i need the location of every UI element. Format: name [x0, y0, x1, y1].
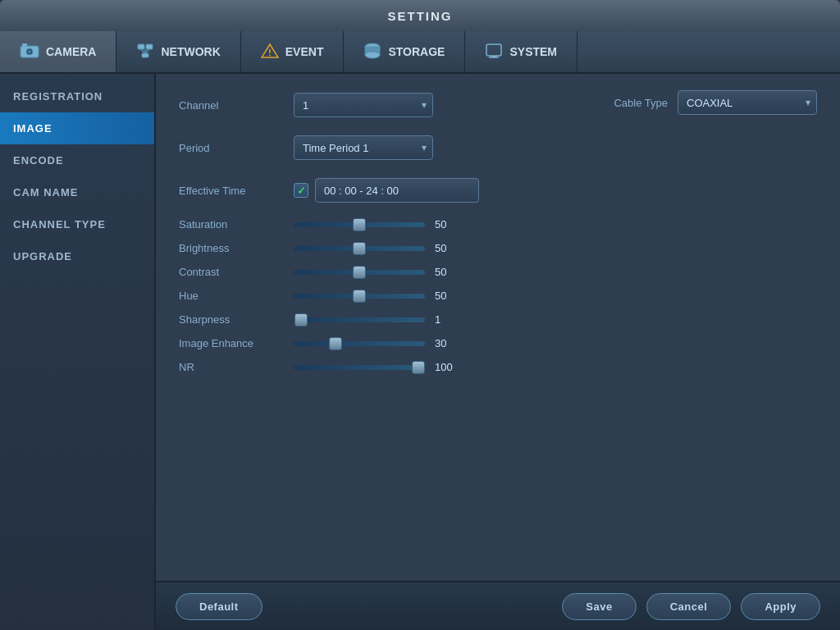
cable-type-row: Cable Type COAXIAL UTP	[614, 90, 817, 115]
cable-type-label: Cable Type	[614, 97, 668, 109]
content-panel: Cable Type COAXIAL UTP Channel 1 2 3 4	[156, 74, 840, 630]
slider-value-saturation: 50	[435, 218, 464, 231]
slider-row-contrast: Contrast50	[179, 266, 817, 278]
slider-input-contrast[interactable]	[294, 270, 425, 275]
svg-rect-16	[486, 44, 501, 56]
slider-input-nr[interactable]	[294, 365, 425, 370]
sidebar-item-cam-name[interactable]: CAM NAME	[0, 176, 154, 208]
nav-network[interactable]: NETWORK	[116, 31, 240, 72]
slider-row-image-enhance: Image Enhance30	[179, 337, 817, 349]
main-layout: REGISTRATION IMAGE ENCODE CAM NAME CHANN…	[0, 74, 840, 630]
slider-container-saturation: 50	[294, 218, 464, 231]
default-button[interactable]: Default	[176, 593, 262, 620]
sidebar-item-registration[interactable]: REGISTRATION	[0, 80, 154, 112]
apply-button[interactable]: Apply	[741, 593, 820, 620]
slider-input-brightness[interactable]	[294, 246, 425, 251]
title-bar: SETTING	[0, 0, 840, 31]
effective-time-checkbox[interactable]	[294, 183, 308, 198]
slider-container-hue: 50	[294, 290, 464, 302]
slider-value-sharpness: 1	[435, 313, 464, 326]
svg-rect-5	[146, 44, 153, 49]
svg-rect-6	[142, 53, 148, 57]
channel-select-wrapper: 1 2 3 4	[294, 93, 433, 117]
slider-input-image-enhance[interactable]	[294, 341, 425, 346]
sidebar-item-channel-type[interactable]: CHANNEL TYPE	[0, 208, 154, 240]
top-nav: CAMERA NETWORK EVENT	[0, 31, 840, 74]
nav-network-label: NETWORK	[161, 45, 220, 58]
nav-event[interactable]: EVENT	[241, 31, 345, 72]
nav-event-label: EVENT	[285, 45, 324, 58]
slider-input-hue[interactable]	[294, 294, 425, 299]
slider-container-nr: 100	[294, 361, 464, 373]
slider-label-image-enhance: Image Enhance	[179, 337, 294, 349]
nav-storage[interactable]: STORAGE	[344, 31, 465, 72]
nav-system[interactable]: SYSTEM	[465, 31, 578, 72]
period-select[interactable]: Time Period 1 Time Period 2	[294, 135, 433, 160]
effective-time-input[interactable]: 00 : 00 - 24 : 00	[315, 178, 479, 203]
cancel-button[interactable]: Cancel	[646, 593, 732, 620]
slider-container-brightness: 50	[294, 242, 464, 254]
slider-container-sharpness: 1	[294, 313, 464, 326]
slider-label-saturation: Saturation	[179, 218, 294, 231]
slider-label-contrast: Contrast	[179, 266, 294, 278]
channel-label: Channel	[179, 99, 294, 112]
sidebar-item-encode[interactable]: ENCODE	[0, 144, 154, 176]
bottom-bar: Default Save Cancel Apply	[156, 581, 840, 630]
nav-system-label: SYSTEM	[509, 45, 557, 58]
title-text: SETTING	[387, 9, 452, 23]
cable-type-select-wrapper: COAXIAL UTP	[678, 90, 817, 115]
slider-row-hue: Hue50	[179, 290, 817, 302]
slider-container-image-enhance: 30	[294, 337, 464, 349]
svg-rect-4	[138, 44, 144, 49]
slider-input-sharpness[interactable]	[294, 317, 425, 322]
svg-point-2	[28, 50, 31, 53]
slider-input-saturation[interactable]	[294, 222, 425, 227]
slider-label-hue: Hue	[179, 290, 294, 302]
system-icon	[485, 43, 503, 62]
slider-row-brightness: Brightness50	[179, 242, 817, 254]
event-icon	[261, 43, 279, 62]
slider-value-nr: 100	[435, 361, 464, 373]
slider-row-nr: NR100	[179, 361, 817, 373]
cable-type-select[interactable]: COAXIAL UTP	[678, 90, 817, 115]
svg-point-12	[269, 54, 271, 56]
storage-icon	[363, 43, 381, 62]
nav-camera[interactable]: CAMERA	[0, 31, 116, 72]
nav-camera-label: CAMERA	[46, 45, 96, 58]
slider-label-nr: NR	[179, 361, 294, 373]
slider-value-image-enhance: 30	[435, 337, 464, 349]
nav-storage-label: STORAGE	[388, 45, 445, 58]
effective-time-label: Effective Time	[179, 185, 294, 197]
svg-rect-3	[22, 43, 27, 46]
slider-label-brightness: Brightness	[179, 242, 294, 254]
period-label: Period	[179, 142, 294, 154]
sidebar-item-image[interactable]: IMAGE	[0, 112, 154, 144]
effective-time-row: Effective Time 00 : 00 - 24 : 00	[179, 176, 817, 205]
slider-value-brightness: 50	[435, 242, 464, 254]
slider-row-sharpness: Sharpness1	[179, 313, 817, 326]
sidebar-item-upgrade[interactable]: UPGRADE	[0, 240, 154, 272]
slider-label-sharpness: Sharpness	[179, 313, 294, 326]
channel-select[interactable]: 1 2 3 4	[294, 93, 433, 117]
slider-row-saturation: Saturation50	[179, 218, 817, 231]
period-row: Period Time Period 1 Time Period 2	[179, 133, 817, 162]
sidebar: REGISTRATION IMAGE ENCODE CAM NAME CHANN…	[0, 74, 156, 630]
camera-icon	[20, 43, 39, 62]
save-button[interactable]: Save	[562, 593, 636, 620]
slider-container-contrast: 50	[294, 266, 464, 278]
period-select-wrapper: Time Period 1 Time Period 2	[294, 135, 433, 160]
sliders-section: Saturation50Brightness50Contrast50Hue50S…	[179, 218, 817, 373]
slider-value-hue: 50	[435, 290, 464, 302]
network-icon	[136, 43, 154, 62]
svg-point-15	[365, 52, 380, 58]
slider-value-contrast: 50	[435, 266, 464, 278]
